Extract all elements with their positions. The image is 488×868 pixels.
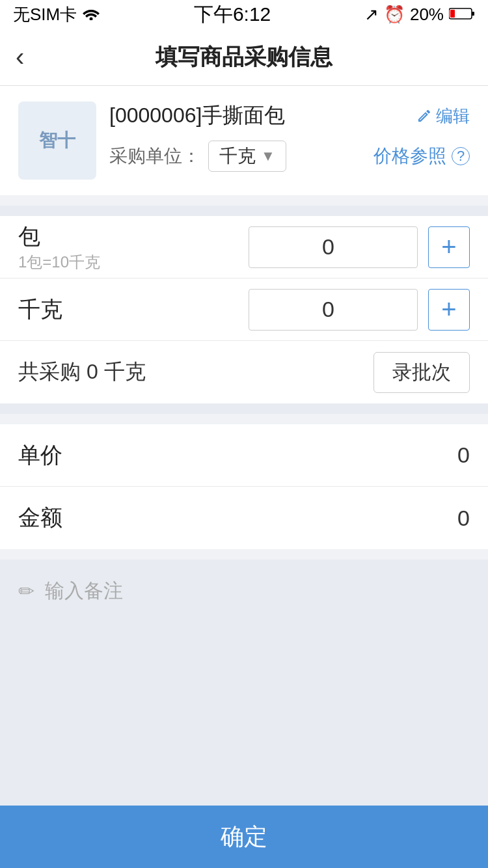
price-row-unit: 单价 0 (0, 424, 488, 487)
sim-text: 无SIM卡 (13, 3, 77, 26)
price-value-amount: 0 (457, 506, 470, 531)
notes-placeholder: 输入备注 (45, 578, 123, 604)
help-icon: ? (452, 147, 470, 165)
notes-section[interactable]: ✏ 输入备注 (0, 560, 488, 623)
battery-icon (449, 5, 475, 25)
price-label-amount: 金额 (18, 503, 62, 533)
divider-1 (0, 206, 488, 216)
unit-label: 采购单位： (109, 144, 200, 169)
price-label-unit: 单价 (18, 441, 62, 470)
unit-select[interactable]: 千克 ▼ (208, 141, 286, 172)
product-name-row: [0000006]手撕面包 编辑 (109, 102, 470, 130)
alarm-icon: ⏰ (384, 5, 405, 25)
pencil-icon: ✏ (18, 580, 34, 603)
product-name: [0000006]手撕面包 (109, 102, 285, 130)
product-image: 智十 (18, 102, 96, 180)
input-field-wrapper-bao: + (135, 226, 470, 268)
input-row-bao: 包 1包=10千克 + (0, 216, 488, 278)
input-kg[interactable] (249, 289, 418, 331)
price-value-unit: 0 (457, 442, 470, 468)
unit-select-arrow: ▼ (261, 148, 275, 165)
summary-row: 共采购 0 千克 录批次 (0, 341, 488, 403)
input-field-wrapper-kg: + (135, 289, 470, 331)
status-bar-left: 无SIM卡 (13, 3, 100, 26)
price-ref-button[interactable]: 价格参照 ? (373, 144, 470, 169)
svg-rect-2 (472, 12, 474, 16)
price-row-amount: 金额 0 (0, 487, 488, 549)
confirm-button[interactable]: 确定 (0, 806, 488, 868)
back-button[interactable]: ‹ (16, 42, 24, 72)
page-title: 填写商品采购信息 (156, 42, 332, 72)
svg-rect-3 (450, 10, 455, 18)
plus-btn-kg[interactable]: + (428, 289, 470, 331)
svg-point-0 (90, 17, 93, 20)
location-icon: ↗ (364, 5, 379, 25)
input-label-kg: 千克 (18, 295, 135, 325)
wifi-icon (82, 5, 100, 25)
product-card: 智十 [0000006]手撕面包 编辑 采购单位： 千克 ▼ (0, 86, 488, 195)
input-bao[interactable] (249, 226, 418, 268)
summary-text: 共采购 0 千克 (18, 358, 146, 387)
input-section: 包 1包=10千克 + 千克 + (0, 216, 488, 341)
input-label-bao: 包 1包=10千克 (18, 222, 135, 273)
unit-row: 采购单位： 千克 ▼ 价格参照 ? (109, 141, 470, 172)
batch-button[interactable]: 录批次 (373, 352, 470, 393)
input-label-main-kg: 千克 (18, 295, 135, 325)
bottom-spacer (0, 623, 488, 818)
divider-2 (0, 403, 488, 414)
status-bar-time: 下午6:12 (194, 1, 271, 28)
status-bar: 无SIM卡 下午6:12 ↗ ⏰ 20% (0, 0, 488, 29)
product-info: [0000006]手撕面包 编辑 采购单位： 千克 ▼ 价格 (109, 102, 470, 172)
nav-bar: ‹ 填写商品采购信息 (0, 29, 488, 86)
plus-btn-bao[interactable]: + (428, 226, 470, 268)
input-label-sub-bao: 1包=10千克 (18, 252, 135, 273)
price-section: 单价 0 金额 0 (0, 424, 488, 549)
input-row-kg: 千克 + (0, 278, 488, 341)
status-bar-right: ↗ ⏰ 20% (364, 5, 475, 25)
edit-button[interactable]: 编辑 (416, 105, 470, 128)
battery-text: 20% (410, 5, 444, 25)
product-logo-text: 智十 (39, 128, 75, 153)
input-label-main-bao: 包 (18, 222, 135, 252)
